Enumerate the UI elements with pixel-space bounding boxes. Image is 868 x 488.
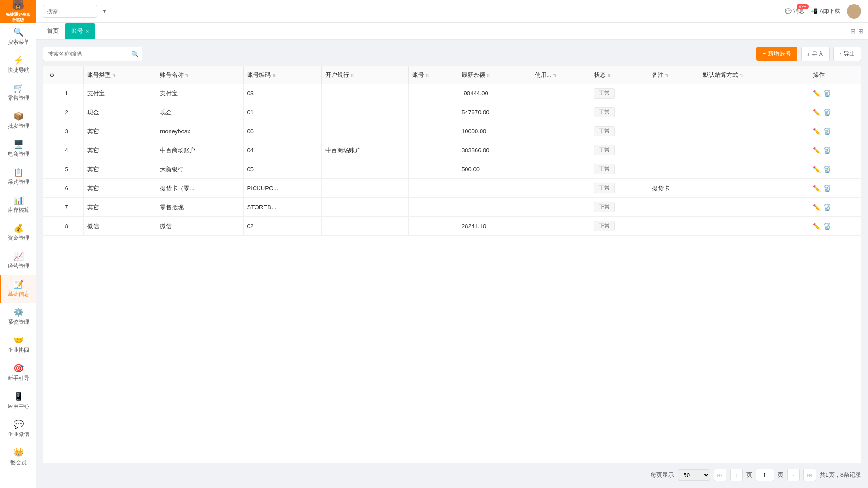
cell-num-2: 3 xyxy=(61,122,83,141)
delete-button-0[interactable]: 🗑️ xyxy=(823,90,831,97)
sidebar-item-purchase-mgmt[interactable]: 📋 采购管理 xyxy=(0,163,36,191)
col-remark[interactable]: 备注 ⇅ xyxy=(648,66,699,84)
search-button[interactable]: 🔍 xyxy=(127,47,142,61)
delete-button-5[interactable]: 🗑️ xyxy=(823,185,831,192)
col-code-sort-icon[interactable]: ⇅ xyxy=(272,73,276,78)
delete-button-6[interactable]: 🗑️ xyxy=(823,204,831,211)
edit-button-0[interactable]: ✏️ xyxy=(813,90,821,97)
edit-button-5[interactable]: ✏️ xyxy=(813,185,821,192)
last-page-button[interactable]: ⏭ xyxy=(803,469,816,481)
sidebar-label-corp-wechat: 企业微信 xyxy=(8,431,29,438)
col-balance-sort-icon[interactable]: ⇅ xyxy=(486,73,490,78)
col-status-sort-icon[interactable]: ⇅ xyxy=(607,73,611,78)
col-status[interactable]: 状态 ⇅ xyxy=(590,66,648,84)
search-input[interactable] xyxy=(43,51,127,57)
col-usage[interactable]: 使用... ⇅ xyxy=(531,66,590,84)
next-page-button[interactable]: › xyxy=(787,469,800,481)
col-account[interactable]: 账号 ⇅ xyxy=(408,66,458,84)
col-bank-sort-icon[interactable]: ⇅ xyxy=(350,73,354,78)
sidebar-item-corp-agreement[interactable]: 🤝 企业协同 xyxy=(0,331,36,359)
cell-balance-2: 10000.00 xyxy=(458,122,531,141)
top-search-input[interactable] xyxy=(43,5,97,18)
sidebar-item-app-center[interactable]: 📱 应用中心 xyxy=(0,387,36,415)
sidebar-item-capital-mgmt[interactable]: 💰 资金管理 xyxy=(0,219,36,247)
app-center-icon: 📱 xyxy=(14,391,24,401)
cell-remark-0 xyxy=(648,84,699,103)
col-type[interactable]: 账号类型 ⇅ xyxy=(83,66,156,84)
delete-button-1[interactable]: 🗑️ xyxy=(823,109,831,116)
sidebar-label-sys-mgmt: 系统管理 xyxy=(8,319,29,326)
sidebar-item-search-menu[interactable]: 🔍 搜索菜单 xyxy=(0,23,36,51)
message-badge: 99+ xyxy=(797,4,809,9)
sidebar-item-inventory[interactable]: 📊 库存核算 xyxy=(0,191,36,219)
delete-button-4[interactable]: 🗑️ xyxy=(823,166,831,173)
user-avatar[interactable] xyxy=(847,4,861,19)
tab-minimize-icon[interactable]: ⊟ xyxy=(850,28,856,35)
edit-button-1[interactable]: ✏️ xyxy=(813,109,821,116)
cell-type-7: 微信 xyxy=(83,217,156,236)
delete-button-2[interactable]: 🗑️ xyxy=(823,128,831,135)
delete-button-7[interactable]: 🗑️ xyxy=(823,223,831,230)
page-size-select[interactable]: 50 10 20 100 xyxy=(678,469,710,481)
col-gear[interactable]: ⚙ xyxy=(43,66,61,84)
message-button[interactable]: 💬 消息 99+ xyxy=(785,7,804,15)
export-button[interactable]: ↑ 导出 xyxy=(833,47,862,61)
tab-home[interactable]: 首页 xyxy=(41,23,65,39)
header-dropdown[interactable]: ▼ xyxy=(102,8,107,14)
col-type-sort-icon[interactable]: ⇅ xyxy=(112,73,116,78)
col-num xyxy=(61,66,83,84)
col-default-settle[interactable]: 默认结算方式 ⇅ xyxy=(699,66,809,84)
sidebar-item-corp-wechat[interactable]: 💬 企业微信 xyxy=(0,415,36,443)
sidebar-item-wholesale-mgmt[interactable]: 📦 批发管理 xyxy=(0,107,36,135)
col-code[interactable]: 账号编码 ⇅ xyxy=(243,66,321,84)
sidebar-item-retail-mgmt[interactable]: 🛒 零售管理 xyxy=(0,79,36,107)
tab-account-label: 账号 xyxy=(71,27,83,35)
cell-bank-7 xyxy=(321,217,408,236)
tab-maximize-icon[interactable]: ⊞ xyxy=(858,28,863,35)
delete-button-3[interactable]: 🗑️ xyxy=(823,147,831,154)
cell-num-4: 5 xyxy=(61,160,83,179)
col-remark-sort-icon[interactable]: ⇅ xyxy=(665,73,669,78)
edit-button-4[interactable]: ✏️ xyxy=(813,166,821,173)
tab-home-label: 首页 xyxy=(47,27,59,35)
sidebar-item-vip-member[interactable]: 👑 畅会员 xyxy=(0,443,36,471)
cell-balance-7: 28241.10 xyxy=(458,217,531,236)
sidebar-item-basic-info[interactable]: 📝 基础信息 xyxy=(0,275,36,303)
prev-page-button[interactable]: ‹ xyxy=(730,469,743,481)
sidebar-item-quick-nav[interactable]: ⚡ 快捷导航 xyxy=(0,51,36,79)
edit-button-7[interactable]: ✏️ xyxy=(813,223,821,230)
edit-button-6[interactable]: ✏️ xyxy=(813,204,821,211)
tab-account[interactable]: 账号 × xyxy=(65,23,95,39)
cell-usage-2 xyxy=(531,122,590,141)
sidebar-item-sys-mgmt[interactable]: ⚙️ 系统管理 xyxy=(0,303,36,331)
status-badge-4: 正常 xyxy=(594,164,615,174)
cell-usage-1 xyxy=(531,103,590,122)
col-account-sort-icon[interactable]: ⇅ xyxy=(425,73,429,78)
page-size-label: 每页显示 xyxy=(651,471,674,479)
tab-close-button[interactable]: × xyxy=(86,28,89,34)
sidebar-item-newbie[interactable]: 🎯 新手引导 xyxy=(0,359,36,387)
cell-type-6: 其它 xyxy=(83,198,156,217)
sidebar-item-ecom-mgmt[interactable]: 🖥️ 电商管理 xyxy=(0,135,36,163)
add-account-button[interactable]: + 新增账号 xyxy=(756,47,797,61)
col-usage-sort-icon[interactable]: ⇅ xyxy=(553,73,557,78)
page-number-input[interactable] xyxy=(756,469,774,481)
cell-name-3: 中百商场账户 xyxy=(156,141,243,160)
corp-wechat-icon: 💬 xyxy=(14,419,24,429)
col-balance[interactable]: 最新余额 ⇅ xyxy=(458,66,531,84)
col-default-settle-sort-icon[interactable]: ⇅ xyxy=(740,73,743,78)
cell-bank-5 xyxy=(321,179,408,198)
cell-balance-1: 547670.00 xyxy=(458,103,531,122)
sidebar-item-ops-mgmt[interactable]: 📈 经营管理 xyxy=(0,247,36,275)
cell-default-settle-0 xyxy=(699,84,809,103)
cell-code-4: 05 xyxy=(243,160,321,179)
col-name[interactable]: 账号名称 ⇅ xyxy=(156,66,243,84)
col-bank[interactable]: 开户银行 ⇅ xyxy=(321,66,408,84)
app-download-button[interactable]: 📲 App下载 xyxy=(811,7,840,15)
first-page-button[interactable]: ⏮ xyxy=(714,469,726,481)
retail-mgmt-icon: 🛒 xyxy=(14,83,24,93)
import-button[interactable]: ↓ 导入 xyxy=(801,47,830,61)
edit-button-3[interactable]: ✏️ xyxy=(813,147,821,154)
col-name-sort-icon[interactable]: ⇅ xyxy=(185,73,189,78)
edit-button-2[interactable]: ✏️ xyxy=(813,128,821,135)
